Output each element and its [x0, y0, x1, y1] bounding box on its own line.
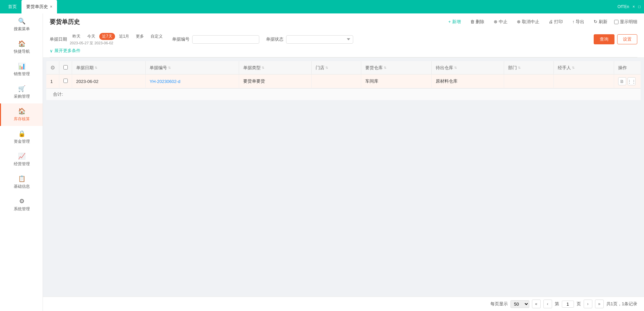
cell-docno: YH-20230602-d	[145, 75, 239, 88]
sales-icon: 📊	[18, 62, 25, 70]
sidebar-label-finance: 资金管理	[14, 139, 30, 144]
display-detail-label: 显示明细	[620, 19, 637, 25]
page-size-select[interactable]: 20 50 100	[511, 300, 529, 308]
expand-chevron-icon: ∨	[50, 48, 53, 53]
sort-req-warehouse[interactable]: 要货仓库 ⇅	[365, 65, 428, 71]
stop-button[interactable]: ⊗ 中止	[491, 17, 510, 26]
sidebar-item-finance[interactable]: 🔒 资金管理	[0, 126, 43, 148]
date-filter-label: 单据日期	[50, 36, 67, 42]
sidebar-item-purchase[interactable]: 🛒 采购管理	[0, 81, 43, 103]
docnum-input[interactable]	[192, 35, 259, 44]
refresh-button[interactable]: ↻ 刷新	[591, 17, 610, 26]
sort-docno[interactable]: 单据编号 ⇅	[150, 65, 235, 71]
chip-custom[interactable]: 自定义	[148, 33, 165, 40]
sidebar-item-sales[interactable]: 📊 销售管理	[0, 58, 43, 81]
page-header: 要货单历史 + 新增 🗑 删除 ⊗ 中止 ⊗ 取消中止 🖨 打印 ↑ 导出 ↻ …	[43, 13, 644, 58]
col-pending-warehouse: 待出仓库 ⇅	[432, 61, 504, 75]
col-department: 部门 ⇅	[504, 61, 553, 75]
last-page-btn[interactable]: »	[595, 300, 604, 308]
cell-req-warehouse: 车间库	[361, 75, 432, 88]
purchase-icon: 🛒	[18, 85, 25, 92]
sidebar-item-search[interactable]: 🔍 搜索菜单	[0, 13, 43, 36]
table-row: 1 2023-06-02 YH-20230602-d 要货单要货 车间库 原材料…	[46, 75, 641, 88]
sort-date[interactable]: 单据日期 ⇅	[76, 65, 141, 71]
cell-date: 2023-06-02	[72, 75, 146, 88]
sidebar-label-quick-nav: 快捷导航	[14, 49, 30, 54]
operations-icon: 📈	[18, 152, 25, 160]
cell-checkbox	[59, 75, 72, 88]
sidebar-label-operations: 经营管理	[14, 161, 30, 167]
tab-home[interactable]: 首页	[3, 0, 21, 13]
expand-more-label: 展开更多条件	[54, 48, 80, 54]
sidebar-label-system: 系统管理	[14, 206, 30, 212]
sidebar-label-purchase: 采购管理	[14, 94, 30, 99]
settings-button[interactable]: 设置	[617, 34, 637, 44]
sort-department[interactable]: 部门 ⇅	[508, 65, 549, 71]
sort-handler[interactable]: 经手人 ⇅	[558, 65, 609, 71]
sidebar-item-basic-info[interactable]: 📋 基础信息	[0, 171, 43, 193]
prev-page-btn[interactable]: ‹	[543, 300, 552, 308]
cancel-stop-button[interactable]: ⊗ 取消中止	[514, 17, 542, 26]
sort-store[interactable]: 门店 ⇅	[316, 65, 357, 71]
page-unit: 页	[577, 301, 581, 307]
more-button[interactable]: ⋮⋮	[628, 77, 636, 85]
export-button[interactable]: ↑ 导出	[570, 17, 587, 26]
select-all-checkbox[interactable]	[63, 65, 68, 70]
cell-pending-warehouse: 原材料仓库	[432, 75, 504, 88]
col-req-warehouse: 要货仓库 ⇅	[361, 61, 432, 75]
tab-history[interactable]: 要货单历史 ×	[21, 0, 57, 13]
docno-link[interactable]: YH-20230602-d	[150, 79, 180, 84]
date-chips-container: 昨天 今天 近7天 近1月 更多 自定义 2023-05-27 至 2023-0…	[70, 33, 165, 46]
sort-pending-warehouse[interactable]: 待出仓库 ⇅	[436, 65, 499, 71]
row-checkbox[interactable]	[63, 79, 68, 83]
chip-7days[interactable]: 近7天	[99, 33, 115, 40]
first-page-btn[interactable]: «	[532, 300, 541, 308]
sort-icon-pending-warehouse: ⇅	[454, 66, 457, 70]
table-header: ⚙ 单据日期 ⇅ 单据编号	[46, 61, 641, 75]
home-icon: 🏠	[18, 40, 25, 47]
chip-1month[interactable]: 近1月	[116, 33, 132, 40]
status-filter-label: 单据状态	[266, 36, 283, 42]
query-button[interactable]: 查询	[594, 34, 614, 44]
column-settings-icon[interactable]: ⚙	[50, 64, 55, 71]
footer-label: 合计:	[53, 92, 63, 97]
chip-today[interactable]: 今天	[85, 33, 98, 40]
cell-department	[504, 75, 553, 88]
page-input[interactable]	[562, 301, 574, 308]
minimize-btn[interactable]: □	[638, 4, 641, 9]
often-label: OfTEn	[618, 4, 629, 9]
sidebar-item-operations[interactable]: 📈 经营管理	[0, 148, 43, 171]
col-date: 单据日期 ⇅	[72, 61, 146, 75]
top-bar: 首页 要货单历史 × OfTEn × □	[0, 0, 644, 13]
page-title: 要货单历史	[50, 18, 80, 26]
col-store: 门店 ⇅	[311, 61, 361, 75]
chip-more[interactable]: 更多	[133, 33, 147, 40]
col-docno: 单据编号 ⇅	[145, 61, 239, 75]
sidebar-item-quick-nav[interactable]: 🏠 快捷导航	[0, 36, 43, 58]
action-buttons: 查询 设置	[594, 34, 637, 44]
display-detail-checkbox[interactable]	[614, 20, 619, 24]
status-select[interactable]	[286, 35, 353, 44]
sidebar-item-system[interactable]: ⚙ 系统管理	[0, 193, 43, 216]
col-operation: 操作	[614, 61, 641, 75]
header-row: ⚙ 单据日期 ⇅ 单据编号	[46, 61, 641, 75]
expand-more-btn[interactable]: ∨ 展开更多条件	[50, 48, 637, 54]
print-button[interactable]: 🖨 打印	[546, 17, 566, 26]
cell-doctype: 要货单要货	[239, 75, 311, 88]
sort-doctype[interactable]: 单据类型 ⇅	[243, 65, 307, 71]
next-page-btn[interactable]: ›	[584, 300, 592, 308]
close-tab-history[interactable]: ×	[50, 4, 52, 9]
sidebar-item-inventory[interactable]: 🏠 库存核算	[0, 103, 43, 126]
display-detail-button[interactable]: 显示明细	[614, 19, 637, 25]
status-filter-group: 单据状态	[266, 35, 353, 44]
add-button[interactable]: + 新增	[446, 17, 464, 26]
view-button[interactable]: 🗎	[618, 77, 626, 85]
date-range-display: 2023-05-27 至 2023-06-02	[70, 41, 165, 46]
date-filter-group: 单据日期 昨天 今天 近7天 近1月 更多 自定义 2023-05-27 至 2…	[50, 33, 165, 46]
table-footer: 合计:	[46, 88, 641, 100]
delete-button[interactable]: 🗑 删除	[468, 17, 487, 26]
table-area: ⚙ 单据日期 ⇅ 单据编号	[43, 58, 644, 297]
close-window-btn[interactable]: ×	[633, 4, 635, 9]
basic-info-icon: 📋	[18, 175, 25, 182]
chip-yesterday[interactable]: 昨天	[70, 33, 83, 40]
